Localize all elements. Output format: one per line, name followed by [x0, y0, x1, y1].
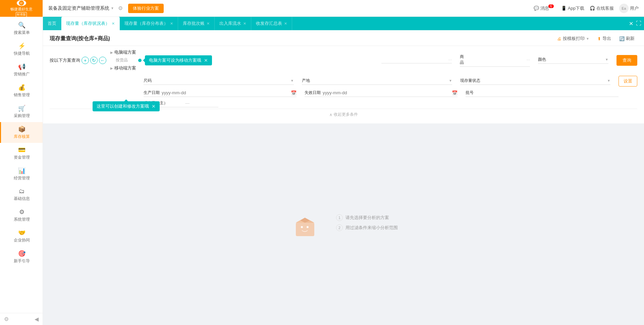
system-icon: ⚙: [19, 208, 24, 216]
headset-icon: 🎧: [590, 6, 595, 11]
stock-main-from[interactable]: [170, 101, 183, 106]
size-input[interactable]: [154, 78, 290, 83]
batch-label: 批号: [466, 90, 474, 96]
notification-action[interactable]: 💬 消息 6: [534, 5, 556, 11]
sidebar-item-marketing[interactable]: 📢 营销推广: [0, 60, 43, 80]
origin-input[interactable]: [312, 78, 449, 83]
tab-label: 现存量（库存分布表）: [124, 20, 168, 26]
scheme-item-pc[interactable]: ▶ 电脑端方案: [110, 49, 136, 55]
newguide-icon: 🎯: [18, 250, 25, 257]
tooltip-scheme-edit: 这里可以创建和修改方案哦 ✕: [93, 101, 160, 111]
sidebar-item-basics[interactable]: 🗂 基础信息: [0, 184, 43, 205]
tooltip1-text: 电脑方案可设为移动方案哦: [149, 57, 201, 63]
step2: 2 用过滤条件来缩小分析范围: [336, 224, 398, 231]
sidebar-item-finance[interactable]: 💳 资金管理: [0, 143, 43, 164]
tab-batch-account[interactable]: 库存批次账 ✕: [178, 17, 215, 30]
sidebar-item-system[interactable]: ⚙ 系统管理: [0, 205, 43, 226]
tab-inventory-status[interactable]: 现存量（库存状况表） ✕: [61, 17, 120, 30]
sidebar-item-sales[interactable]: 💰 销售管理: [0, 80, 43, 101]
size-arrow[interactable]: ▼: [290, 79, 294, 83]
empty-illustration: [289, 208, 323, 241]
field-warehouse: ···: [381, 57, 452, 63]
sidebar-nav: 🔍 搜索菜单 ⚡ 快捷导航 📢 营销推广 💰 销售管理 🛒 采购管理 📦 库存核…: [0, 17, 43, 313]
tab-close-icon[interactable]: ✕: [207, 21, 210, 26]
online-support-label: 在线客服: [596, 5, 614, 11]
warehouse-dots[interactable]: ···: [448, 57, 452, 62]
collapse-sidebar-icon[interactable]: ◀: [35, 316, 39, 322]
tab-label: 收发存汇总表: [256, 20, 282, 26]
sidebar-item-quicknav[interactable]: ⚡ 快捷导航: [0, 39, 43, 60]
app-logo: 好 畅捷通好生意 标准版: [0, 0, 43, 17]
sidebar-item-label: 基础信息: [14, 196, 30, 202]
page-title: 现存量查询(按仓库+商品): [50, 35, 110, 42]
product-dots[interactable]: ···: [527, 57, 530, 62]
tab-close-icon[interactable]: ✕: [284, 21, 287, 26]
tab-fullscreen-icon[interactable]: ⛶: [636, 20, 641, 26]
set-button[interactable]: 设置: [619, 76, 637, 87]
finance-icon: 💳: [18, 146, 25, 154]
back-button[interactable]: ←: [99, 57, 106, 64]
user-action[interactable]: Ea 用户: [619, 4, 639, 13]
trial-button[interactable]: 体验行业方案: [128, 4, 164, 13]
sidebar-item-cooperation[interactable]: 🤝 企业协同: [0, 226, 43, 247]
tab-flow[interactable]: 出入库流水 ✕: [215, 17, 251, 30]
sidebar-item-search[interactable]: 🔍 搜索菜单: [0, 18, 43, 39]
collapse-button[interactable]: ∧ 收起更多条件: [329, 112, 358, 117]
sidebar-item-purchase[interactable]: 🛒 采购管理: [0, 101, 43, 122]
svg-point-7: [307, 226, 309, 228]
scheme-sub-item[interactable]: 按货品: [116, 57, 136, 63]
sidebar-item-newguide[interactable]: 🎯 新手引导: [0, 247, 43, 267]
tab-close-all-icon[interactable]: ✕: [629, 20, 633, 27]
stock-status-arrow[interactable]: ▼: [607, 79, 610, 83]
prod-date-cal-icon[interactable]: 📅: [291, 90, 297, 96]
online-support-action[interactable]: 🎧 在线客服: [590, 5, 614, 11]
print-button[interactable]: 🖨 按模板打印 ▼: [554, 34, 592, 43]
batch-input[interactable]: [476, 90, 619, 95]
warehouse-input[interactable]: [391, 57, 448, 62]
scheme-item-mobile[interactable]: ▶ 移动端方案: [110, 65, 136, 71]
refresh-button[interactable]: 🔄 刷新: [616, 34, 637, 43]
tooltip1-close[interactable]: ✕: [204, 58, 208, 63]
exp-date-cal-icon[interactable]: 📅: [452, 90, 458, 96]
dropdown-arrow-icon: ▼: [111, 6, 114, 10]
exp-date-input[interactable]: [323, 90, 452, 95]
tab-close-icon[interactable]: ✕: [112, 21, 115, 26]
product-input[interactable]: [470, 57, 527, 62]
export-button[interactable]: ⬆ 导出: [595, 34, 614, 43]
tab-label: 现存量（库存状况表）: [66, 20, 110, 26]
tab-home[interactable]: 首页: [43, 17, 61, 30]
color-input[interactable]: [548, 57, 605, 62]
search-icon: 🔍: [18, 21, 25, 29]
sidebar-item-management[interactable]: 📊 经营管理: [0, 164, 43, 184]
prod-date-input[interactable]: [162, 90, 291, 95]
origin-arrow[interactable]: ▼: [449, 79, 452, 83]
app-download-action[interactable]: 📱 App下载: [561, 5, 584, 11]
tab-close-icon[interactable]: ✕: [243, 21, 246, 26]
print-icon: 🖨: [557, 36, 561, 41]
settings-icon[interactable]: ⚙: [118, 5, 123, 11]
tab-close-icon[interactable]: ✕: [170, 21, 173, 26]
stock-status-input[interactable]: [482, 78, 607, 83]
sidebar-item-label: 搜索菜单: [14, 30, 30, 36]
filter-row2: 尺码 ▼ 产地 ▼ 现存量状态 ▼ 设置: [50, 76, 637, 87]
logo-icon: 好: [17, 0, 26, 6]
add-scheme-button[interactable]: +: [82, 57, 89, 64]
tab-inventory-distribution[interactable]: 现存量（库存分布表） ✕: [120, 17, 178, 30]
scheme-dot: [138, 59, 142, 62]
refresh-label: 刷新: [626, 36, 635, 42]
system-name-dropdown[interactable]: 装备及固定资产辅助管理系统 ▼: [48, 5, 114, 11]
tooltip2-close[interactable]: ✕: [152, 104, 156, 109]
sidebar-item-inventory[interactable]: 📦 库存核算: [0, 122, 43, 143]
sidebar-item-label: 资金管理: [14, 155, 30, 160]
refresh-icon: 🔄: [619, 36, 625, 41]
tab-summary[interactable]: 收发存汇总表 ✕: [251, 17, 292, 30]
sidebar-item-label: 新手引导: [14, 258, 30, 264]
stock-main-to[interactable]: [192, 101, 218, 106]
filter-label: 按以下方案查询: [50, 57, 80, 63]
app-download-label: App下载: [568, 5, 584, 11]
search-button[interactable]: 查询: [616, 55, 637, 66]
sidebar-item-label: 企业协同: [14, 237, 30, 243]
color-arrow[interactable]: ▼: [605, 58, 608, 61]
settings-bottom-icon[interactable]: ⚙: [4, 316, 9, 322]
refresh-scheme-button[interactable]: ↻: [90, 57, 98, 64]
